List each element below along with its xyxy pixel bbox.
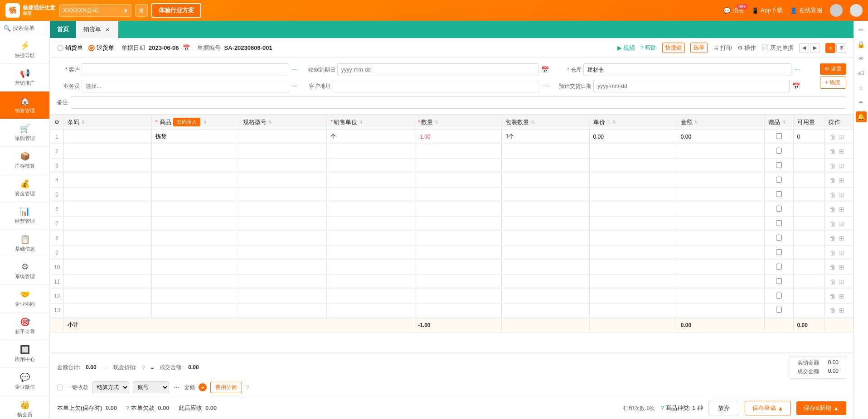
cell-gift[interactable] [764,188,793,202]
calc-method-select[interactable]: 结算方式 [92,381,129,393]
cell-amount[interactable] [677,246,764,260]
customer-address-more-btn[interactable]: ··· [542,82,550,90]
cell-package-qty[interactable] [502,303,589,318]
cell-spec[interactable] [239,202,326,217]
gear-button[interactable]: ⚙ [135,4,148,17]
delete-row-icon[interactable]: 🗑 [829,133,837,140]
sidebar-search[interactable]: 🔍 搜索菜单 [0,21,49,36]
gift-checkbox[interactable] [776,307,782,313]
cell-spec[interactable] [239,289,326,303]
copy-row-icon[interactable]: ⊞ [838,220,845,227]
cell-barcode[interactable] [64,231,151,246]
sidebar-item-base[interactable]: 📋 基础信息 [0,230,49,257]
sidebar-item-apps[interactable]: 🔲 应用中心 [0,340,49,368]
cell-quantity[interactable] [414,217,502,231]
copy-row-icon[interactable]: ⊞ [838,264,845,271]
cell-unit[interactable] [326,159,414,173]
message-item[interactable]: 💬 消息 99+ [723,6,744,14]
gift-checkbox[interactable] [776,249,782,255]
gift-checkbox[interactable] [776,235,782,241]
cell-unit-price[interactable] [589,188,677,202]
print-link[interactable]: 🖨 打印 [713,44,732,52]
cell-product[interactable] [151,275,239,289]
cell-spec[interactable] [239,217,326,231]
experience-button[interactable]: 体验行业方案 [151,3,201,18]
cell-amount[interactable] [677,144,764,159]
cell-unit[interactable] [326,303,414,318]
sidebar-item-collab[interactable]: 🤝 企业协同 [0,285,49,313]
view-list-icon[interactable]: ≡ [825,43,835,53]
gift-checkbox[interactable] [776,177,782,183]
cell-spec[interactable] [239,159,326,173]
cell-unit-price[interactable] [589,173,677,188]
radio-sales[interactable]: 销货单 [57,44,83,52]
cell-package-qty[interactable] [502,188,589,202]
cell-barcode[interactable] [64,217,151,231]
customer-input[interactable] [82,63,289,76]
cell-barcode[interactable] [64,303,151,318]
cell-unit[interactable] [326,260,414,275]
gift-checkbox[interactable] [776,220,782,226]
cell-product[interactable] [151,144,239,159]
gift-checkbox[interactable] [776,206,782,212]
cell-unit[interactable] [326,188,414,202]
copy-row-icon[interactable]: ⊞ [838,278,845,285]
cell-barcode[interactable] [64,202,151,217]
save-new-button[interactable]: 保存&新增 ▲ [796,401,846,415]
cell-quantity[interactable] [414,231,502,246]
radio-return[interactable]: 退货单 [88,44,114,52]
sidebar-item-wechat[interactable]: 💬 企业微信 [0,368,49,395]
sidebar-item-quick-nav[interactable]: ⚡ 快捷导航 [0,36,49,64]
tab-home[interactable]: 首页 [50,21,76,38]
cell-barcode[interactable] [64,260,151,275]
cell-amount[interactable] [677,231,764,246]
video-link[interactable]: ▶ 视频 [617,44,635,52]
cell-gift[interactable] [764,303,793,318]
cell-product[interactable] [151,289,239,303]
cell-unit[interactable] [326,173,414,188]
copy-row-icon[interactable]: ⊞ [838,177,845,184]
gift-checkbox[interactable] [776,148,782,154]
gift-checkbox[interactable] [776,264,782,270]
gift-checkbox[interactable] [776,133,782,139]
sort-icon3[interactable]: ⇅ [268,120,272,125]
cell-package-qty[interactable] [502,231,589,246]
copy-row-icon[interactable]: ⊞ [838,148,845,155]
gift-checkbox[interactable] [776,162,782,168]
operate-link[interactable]: ⚙ 操作 [737,44,756,52]
expected-date-input[interactable] [593,80,790,92]
cell-unit-price[interactable] [589,130,677,144]
discount-help-icon[interactable]: ? [142,364,145,371]
sidebar-item-operation[interactable]: 📊 经营管理 [0,202,49,230]
cell-unit[interactable] [326,246,414,260]
salesperson-more-btn[interactable]: ··· [291,82,299,90]
delete-row-icon[interactable]: 🗑 [829,264,837,271]
delete-row-icon[interactable]: 🗑 [829,249,837,256]
cell-package-qty[interactable] [502,202,589,217]
cell-spec[interactable] [239,130,326,144]
expense-button[interactable]: 费用分摊 [210,382,242,393]
cell-quantity[interactable] [414,188,502,202]
cell-quantity[interactable] [414,303,502,318]
cell-package-qty[interactable] [502,217,589,231]
cell-package-qty[interactable] [502,289,589,303]
save-draft-button[interactable]: 保存草稿 ▲ [745,401,791,415]
delete-row-icon[interactable]: 🗑 [829,206,837,213]
cell-quantity[interactable] [414,144,502,159]
sort-icon[interactable]: ⇅ [81,120,85,125]
history-link[interactable]: 📄 历史单据 [761,44,794,52]
cell-quantity[interactable] [414,260,502,275]
cell-amount[interactable] [677,202,764,217]
cell-unit-price[interactable] [589,217,677,231]
cell-unit-price[interactable] [589,260,677,275]
select-link[interactable]: 选单 [690,43,708,53]
cell-spec[interactable] [239,144,326,159]
rp-eye-icon[interactable]: 👁 [856,53,867,64]
cell-barcode[interactable] [64,130,151,144]
tab-sales-order[interactable]: 销货单 ✕ [76,21,118,38]
settings-button[interactable]: ⚙ 设置 [820,63,846,75]
copy-row-icon[interactable]: ⊞ [838,293,845,300]
cell-product[interactable] [151,231,239,246]
account-select[interactable]: 账号 [133,381,169,393]
cell-product[interactable] [151,130,239,144]
